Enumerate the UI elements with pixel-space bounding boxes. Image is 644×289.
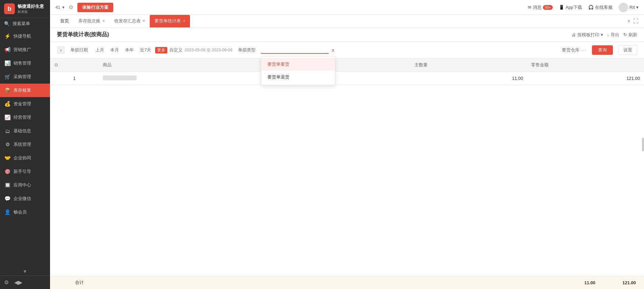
date-btn-7days[interactable]: 近7天 — [138, 46, 153, 54]
tab-label-batch-account: 库存批次账 — [78, 18, 100, 24]
filter-expand-btn[interactable]: › — [57, 46, 65, 54]
date-btn-more[interactable]: 更多 — [155, 47, 167, 53]
topbar-settings-icon[interactable]: ⚙ — [69, 4, 73, 10]
sidebar-item-basics[interactable]: 🗂 基础信息 — [0, 124, 50, 138]
export-icon: ↓ — [607, 32, 610, 37]
online-service-btn[interactable]: 🎧 在线客服 — [588, 4, 613, 10]
sidebar-item-operations[interactable]: 📈 经营管理 — [0, 111, 50, 124]
tab-fullscreen[interactable]: ⛶ — [633, 18, 639, 24]
sidebar-icon-system: ⚙ — [4, 141, 11, 148]
row-amount: 121.00 — [527, 72, 644, 85]
sidebar-item-system[interactable]: ⚙ 系统管理 — [0, 138, 50, 151]
sidebar-item-finance[interactable]: 💰 资金管理 — [0, 97, 50, 111]
date-btn-up[interactable]: 上月 — [93, 46, 106, 54]
tab-label-recv-send-summary: 收发存汇总表 — [114, 18, 141, 24]
page-actions: 🖨 按模板打印 ▾ ↓ 导出 ↻ 刷新 — [572, 32, 638, 38]
sidebar-label-enterprise: 企业协同 — [14, 155, 31, 161]
page-title: 要货单统计表(按商品) — [57, 31, 109, 38]
sidebar-icon-purchase: 🛒 — [4, 73, 11, 80]
sidebar-item-wechat[interactable]: 💬 企业微信 — [0, 192, 50, 205]
print-chevron: ▾ — [601, 32, 603, 37]
tab-order-summary[interactable]: 要货单统计表× — [150, 15, 190, 27]
refresh-btn[interactable]: ↻ 刷新 — [623, 32, 637, 38]
tabs-bar: 首页库存批次账×收发存汇总表×要货单统计表× × ⛶ — [50, 15, 644, 28]
print-btn[interactable]: 🖨 按模板打印 ▾ — [572, 32, 603, 38]
sidebar-icon-finance: 💰 — [4, 101, 11, 107]
sidebar-label-basics: 基础信息 — [14, 128, 31, 134]
sidebar-label-quick-nav: 快捷导航 — [14, 33, 31, 39]
sidebar-icon-apps: 🔲 — [4, 182, 11, 188]
sidebar-item-guide[interactable]: 🎯 新手引导 — [0, 165, 50, 178]
topbar: 41 ▾ ⚙ 体验行业方案 ✉ 消息 99+ 📱 App下载 🎧 在线客服 R — [50, 0, 644, 15]
sidebar-item-enterprise[interactable]: 🤝 企业协同 — [0, 151, 50, 165]
sidebar-icon-enterprise: 🤝 — [4, 155, 11, 161]
table-settings-icon[interactable]: ⚙ — [54, 62, 58, 68]
th-qty: 主数量 — [410, 59, 527, 72]
export-btn[interactable]: ↓ 导出 — [607, 32, 620, 38]
type-dropdown-menu: 要货单要货 要货单退货 — [261, 56, 335, 85]
tab-close-order-summary[interactable]: × — [183, 19, 185, 23]
dropdown-item-purchase[interactable]: 要货单要货 — [261, 58, 335, 71]
sidebar-scroll-down[interactable]: ▼ — [0, 267, 50, 275]
settings-icon[interactable]: ⚙ — [4, 279, 9, 286]
company-selector[interactable]: 41 ▾ — [55, 5, 65, 10]
tab-home[interactable]: 首页 — [55, 15, 74, 27]
sidebar-label-member: 畅会员 — [14, 209, 27, 215]
type-filter-chevron[interactable]: ∧ — [331, 47, 335, 53]
download-icon: 📱 — [559, 5, 564, 10]
brand-name: 畅捷通好生意 — [18, 3, 44, 9]
sidebar-item-sales[interactable]: 📊 销售管理 — [0, 57, 50, 70]
sidebar-label-marketing: 营销推广 — [14, 47, 31, 53]
tab-label-home: 首页 — [60, 18, 69, 24]
sidebar-item-purchase[interactable]: 🛒 采购管理 — [0, 70, 50, 84]
sidebar-item-inventory[interactable]: 📦 库存核算 — [0, 84, 50, 97]
main-area: 41 ▾ ⚙ 体验行业方案 ✉ 消息 99+ 📱 App下载 🎧 在线客服 R — [50, 0, 644, 289]
type-filter-input[interactable] — [261, 47, 329, 54]
sidebar-item-member[interactable]: 👤 畅会员 — [0, 205, 50, 219]
sidebar-item-apps[interactable]: 🔲 应用中心 — [0, 178, 50, 192]
table-footer: 合计 11.00 121.00 — [50, 276, 644, 289]
date-btn-custom[interactable]: 自定义 — [169, 47, 183, 53]
filter-settings-btn[interactable]: 设置 — [618, 45, 637, 55]
sidebar-icon-wechat: 💬 — [4, 195, 11, 202]
dropdown-item-return[interactable]: 要货单退货 — [261, 71, 335, 84]
app-logo: b 畅捷通好生意 标准版 — [0, 0, 50, 18]
sidebar-icon-guide: 🎯 — [4, 168, 11, 175]
collapse-icon[interactable]: ◀▶ — [14, 279, 22, 286]
sidebar: b 畅捷通好生意 标准版 🔍 搜索菜单 ⚡ 快捷导航 📢 营销推广 📊 销售管理… — [0, 0, 50, 289]
page-header: 要货单统计表(按商品) 🖨 按模板打印 ▾ ↓ 导出 ↻ 刷新 — [50, 28, 644, 42]
sidebar-label-wechat: 企业微信 — [14, 196, 31, 202]
date-btn-current[interactable]: 本月 — [108, 46, 121, 54]
user-menu[interactable]: Rit ▾ — [619, 3, 639, 12]
date-filter-label: 单据日期 — [70, 47, 88, 53]
date-btn-year[interactable]: 本年 — [123, 46, 136, 54]
sidebar-item-marketing[interactable]: 📢 营销推广 — [0, 43, 50, 57]
tab-batch-account[interactable]: 库存批次账× — [74, 15, 110, 27]
sidebar-label-inventory: 库存核算 — [14, 87, 31, 93]
messages-btn[interactable]: ✉ 消息 99+ — [528, 4, 553, 10]
sidebar-item-quick-nav[interactable]: ⚡ 快捷导航 — [0, 29, 50, 43]
app-download-btn[interactable]: 📱 App下载 — [559, 4, 582, 10]
warehouse-more-icon[interactable]: ··· — [581, 48, 587, 53]
tab-close-batch-account[interactable]: × — [102, 19, 105, 23]
warehouse-filter-label: 要货仓库 — [562, 47, 579, 53]
sidebar-icon-operations: 📈 — [4, 114, 11, 121]
footer-qty: 11.00 — [559, 280, 599, 285]
tab-recv-send-summary[interactable]: 收发存汇总表× — [110, 15, 150, 27]
brand-sub: 标准版 — [18, 9, 44, 14]
sidebar-label-finance: 资金管理 — [14, 101, 31, 107]
trial-btn[interactable]: 体验行业方案 — [77, 3, 113, 12]
online-service-label: 在线客服 — [595, 4, 613, 10]
tab-close-all[interactable]: × — [627, 18, 630, 24]
sidebar-nav: ⚡ 快捷导航 📢 营销推广 📊 销售管理 🛒 采购管理 📦 库存核算 💰 资金管… — [0, 29, 50, 267]
date-filter-group: 上月 本月 本年 近7天 更多 自定义 2023-05-06 至 2023-06… — [93, 46, 233, 54]
search-menu[interactable]: 🔍 搜索菜单 — [0, 18, 50, 29]
resize-handle[interactable] — [642, 138, 644, 151]
sidebar-icon-sales: 📊 — [4, 60, 11, 67]
table-header-row: ⚙ 商品 主计量单位 主数量 零售金额 — [50, 59, 644, 72]
warehouse-filter-group: 要货仓库 ··· — [562, 47, 587, 53]
tab-close-recv-send-summary[interactable]: × — [143, 19, 145, 23]
sidebar-icon-quick-nav: ⚡ — [4, 33, 11, 40]
query-btn[interactable]: 查询 — [592, 45, 613, 55]
tab-label-order-summary: 要货单统计表 — [154, 18, 181, 24]
